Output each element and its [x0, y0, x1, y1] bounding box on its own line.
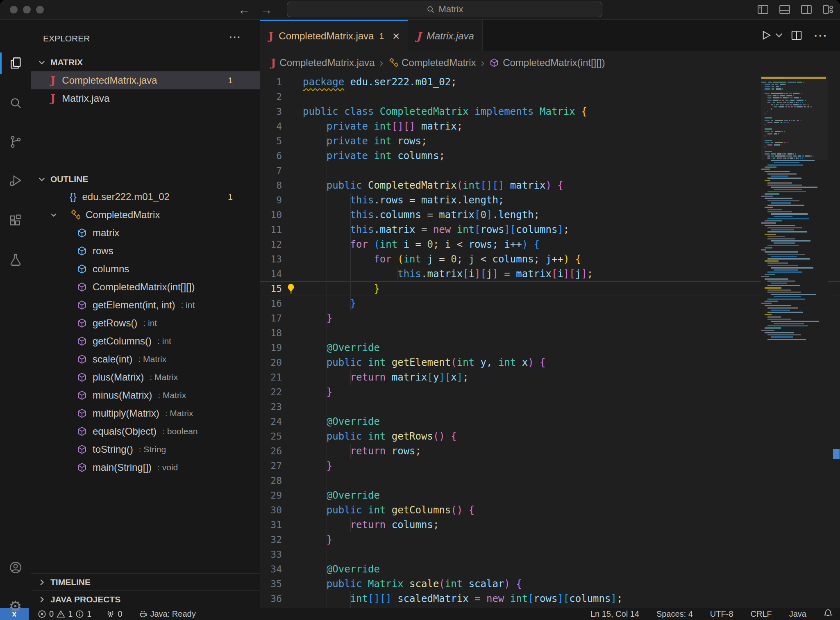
line-number[interactable]: 34	[260, 562, 282, 577]
line-number[interactable]: 11	[260, 222, 282, 237]
code-line[interactable]: 20 public int getElement(int y, int x) {	[260, 355, 840, 370]
line-number[interactable]: 3	[260, 104, 282, 119]
line-number[interactable]: 19	[260, 340, 282, 355]
code-line[interactable]: 7	[260, 163, 840, 178]
code-line[interactable]: 12 for (int i = 0; i < rows; i++) {	[260, 237, 840, 252]
outline-item[interactable]: minus(Matrix): Matrix	[31, 386, 260, 404]
tab-CompletedMatrix.java[interactable]: JCompletedMatrix.java1×	[260, 20, 408, 51]
code-line[interactable]: 18	[260, 326, 840, 340]
code-line[interactable]: 3public class CompletedMatrix implements…	[260, 104, 840, 119]
outline-item[interactable]: plus(Matrix): Matrix	[31, 368, 260, 386]
line-number[interactable]: 21	[260, 370, 282, 385]
file-row[interactable]: JMatrix.java	[31, 89, 260, 107]
navigate-back-button[interactable]: ←	[236, 2, 252, 18]
line-number[interactable]: 37	[260, 606, 282, 608]
more-actions-icon[interactable]: ⋯	[813, 27, 828, 43]
code-line[interactable]: 9 this.rows = matrix.length;	[260, 193, 840, 207]
run-button[interactable]	[760, 29, 780, 41]
line-number[interactable]: 31	[260, 517, 282, 532]
line-number[interactable]: 22	[260, 385, 282, 399]
ports-status[interactable]: 0	[106, 609, 122, 619]
java-status[interactable]: Java: Ready	[139, 609, 196, 619]
code-line[interactable]: 22 }	[260, 385, 840, 399]
close-icon[interactable]: ×	[393, 29, 400, 43]
line-number[interactable]: 36	[260, 591, 282, 606]
code-line[interactable]: 14 this.matrix[i][j] = matrix[i][j];	[260, 267, 840, 281]
activity-item-accounts[interactable]	[0, 554, 31, 581]
lightbulb-icon[interactable]	[286, 283, 296, 294]
status-item[interactable]: Java	[789, 609, 806, 619]
outline-item[interactable]: getColumns(): int	[31, 332, 260, 350]
code-line[interactable]: 24 @Override	[260, 414, 840, 429]
line-number[interactable]: 12	[260, 237, 282, 252]
code-line[interactable]: 27 }	[260, 458, 840, 473]
customize-layout-icon[interactable]	[822, 3, 834, 16]
activity-item-extensions[interactable]	[0, 207, 31, 234]
line-number[interactable]: 10	[260, 207, 282, 222]
code-line[interactable]: 25 public int getRows() {	[260, 429, 840, 444]
line-number[interactable]: 24	[260, 414, 282, 429]
breadcrumb-item[interactable]: CompletedMatrix(int[][])	[489, 57, 605, 68]
outline-item[interactable]: CompletedMatrix(int[][])	[31, 278, 260, 296]
code-line[interactable]: 31 return columns;	[260, 517, 840, 532]
problems-status[interactable]: 0 1 1	[38, 609, 91, 619]
line-number[interactable]: 29	[260, 488, 282, 503]
code-line[interactable]: 1package edu.ser222.m01_02;	[260, 75, 840, 89]
code-line[interactable]: 13 for (int j = 0; j < columns; j++) {	[260, 252, 840, 267]
code-line[interactable]: 5 private int rows;	[260, 134, 840, 148]
outline-item[interactable]: CompletedMatrix	[31, 206, 260, 224]
section-header-folder[interactable]: MATRIX	[31, 53, 260, 71]
outline-item[interactable]: columns	[31, 260, 260, 278]
line-number[interactable]: 20	[260, 355, 282, 370]
code-line[interactable]: 32 }	[260, 532, 840, 547]
code-line[interactable]: 11 this.matrix = new int[rows][columns];	[260, 222, 840, 237]
line-number[interactable]: 15	[260, 281, 282, 296]
activity-item-explorer[interactable]	[0, 50, 31, 76]
close-window-button[interactable]	[10, 6, 18, 14]
outline-item[interactable]: rows	[31, 242, 260, 260]
outline-item[interactable]: toString(): String	[31, 440, 260, 458]
code-line[interactable]: 17 }	[260, 311, 840, 326]
code-line[interactable]: 28	[260, 473, 840, 488]
line-number[interactable]: 1	[260, 75, 282, 89]
line-number[interactable]: 25	[260, 429, 282, 444]
line-number[interactable]: 5	[260, 134, 282, 148]
navigate-forward-button[interactable]: →	[258, 2, 275, 18]
outline-item[interactable]: equals(Object): boolean	[31, 422, 260, 440]
code-line[interactable]: 33	[260, 547, 840, 562]
file-row[interactable]: JCompletedMatrix.java1	[31, 71, 260, 89]
line-number[interactable]: 35	[260, 577, 282, 591]
code-line[interactable]: 23	[260, 399, 840, 414]
code-line[interactable]: 29 @Override	[260, 488, 840, 503]
outline-item[interactable]: getElement(int, int): int	[31, 296, 260, 314]
code-line[interactable]: 21 return matrix[y][x];	[260, 370, 840, 385]
section-header-java-projects[interactable]: JAVA PROJECTS	[31, 590, 260, 608]
outline-item[interactable]: multiply(Matrix): Matrix	[31, 404, 260, 422]
line-number[interactable]: 8	[260, 178, 282, 193]
status-item[interactable]: Ln 15, Col 14	[590, 609, 639, 619]
line-number[interactable]: 27	[260, 458, 282, 473]
code-line[interactable]: 15 }	[260, 281, 840, 296]
outline-item[interactable]: matrix	[31, 224, 260, 242]
run-dropdown-icon[interactable]	[773, 29, 780, 41]
line-number[interactable]: 7	[260, 163, 282, 178]
activity-item-source-control[interactable]	[0, 129, 31, 155]
tab-Matrix.java[interactable]: JMatrix.java	[408, 20, 483, 51]
line-number[interactable]: 28	[260, 473, 282, 488]
zoom-window-button[interactable]	[36, 6, 44, 14]
line-number[interactable]: 30	[260, 503, 282, 517]
code-line[interactable]: 35 public Matrix scale(int scalar) {	[260, 577, 840, 591]
activity-item-run-debug[interactable]	[0, 167, 31, 194]
code-line[interactable]: 34 @Override	[260, 562, 840, 577]
line-number[interactable]: 2	[260, 89, 282, 104]
code-line[interactable]: 8 public CompletedMatrix(int[][] matrix)…	[260, 178, 840, 193]
explorer-more-actions-icon[interactable]: ⋯	[229, 30, 242, 44]
code-line[interactable]: 4 private int[][] matrix;	[260, 119, 840, 134]
minimize-window-button[interactable]	[23, 6, 31, 14]
outline-item[interactable]: {}edu.ser222.m01_021	[31, 188, 260, 206]
code-line[interactable]: 6 private int columns;	[260, 148, 840, 163]
activity-item-settings[interactable]: ⚙	[0, 593, 31, 620]
status-item[interactable]: UTF-8	[710, 609, 733, 619]
code-line[interactable]: 30 public int getColumns() {	[260, 503, 840, 517]
line-number[interactable]: 18	[260, 326, 282, 340]
